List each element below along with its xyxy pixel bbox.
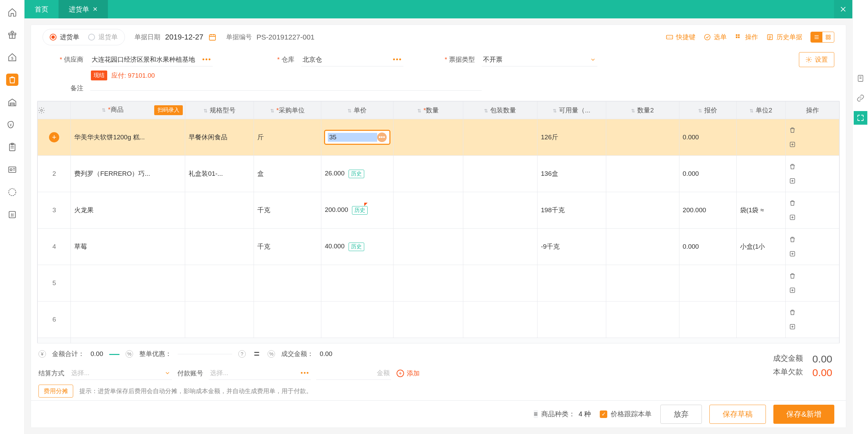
- doc-type-purchase[interactable]: 进货单: [50, 33, 79, 42]
- cell-spec[interactable]: [185, 229, 254, 265]
- cell-qty2[interactable]: [606, 229, 679, 265]
- nav-clipboard-icon[interactable]: [6, 141, 18, 153]
- discount-input[interactable]: [178, 354, 232, 354]
- view-list-icon[interactable]: [811, 32, 822, 42]
- copy-icon[interactable]: [789, 141, 836, 148]
- cell-pack[interactable]: [463, 156, 537, 192]
- col-unit[interactable]: ⇅*采购单位: [254, 102, 321, 119]
- payamount-input[interactable]: 金额: [316, 367, 391, 380]
- nav-refresh-icon[interactable]: [6, 186, 18, 198]
- nav-home-icon[interactable]: [6, 6, 18, 18]
- cell-unit[interactable]: 千克: [254, 229, 321, 265]
- cell-product[interactable]: 费列罗（FERRERO）巧...: [71, 156, 185, 192]
- col-gear[interactable]: [38, 102, 71, 119]
- calendar-icon[interactable]: [208, 33, 216, 41]
- price-track-checkbox[interactable]: ✓价格跟踪本单: [600, 409, 652, 419]
- delete-icon[interactable]: [789, 236, 836, 243]
- col-quote[interactable]: ⇅报价: [679, 102, 736, 119]
- doc-type-return[interactable]: 退货单: [88, 33, 118, 42]
- cell-qty2[interactable]: [606, 265, 679, 301]
- cell-pack[interactable]: [463, 265, 537, 301]
- cell-qty2[interactable]: [606, 119, 679, 156]
- delete-icon[interactable]: [789, 127, 836, 134]
- col-pack[interactable]: ⇅包装数量: [463, 102, 537, 119]
- nav-new-icon[interactable]: 新: [6, 208, 18, 221]
- shortcut-button[interactable]: 快捷键: [666, 33, 695, 42]
- copy-icon[interactable]: [789, 287, 836, 294]
- table-row[interactable]: +华美华夫软饼1200g 糕...早餐休闲食品斤35•••126斤0.000: [38, 119, 839, 156]
- cell-product[interactable]: 草莓: [71, 229, 185, 265]
- tab-purchase[interactable]: 进货单✕: [59, 0, 108, 18]
- cell-spec[interactable]: [185, 265, 254, 301]
- help-icon[interactable]: ?: [238, 350, 246, 358]
- pick-order-button[interactable]: 选单: [704, 33, 727, 42]
- history-tag[interactable]: 历史: [352, 206, 368, 215]
- rail-expand-icon[interactable]: [854, 111, 867, 125]
- cost-allocation-button[interactable]: 费用分摊: [38, 385, 73, 398]
- copy-icon[interactable]: [789, 250, 836, 257]
- cell-qty[interactable]: [393, 156, 463, 192]
- settings-button[interactable]: 设置: [799, 52, 834, 67]
- cell-unit[interactable]: 盒: [254, 156, 321, 192]
- col-price[interactable]: ⇅单价: [321, 102, 393, 119]
- col-avail[interactable]: ⇅可用量（...: [537, 102, 606, 119]
- view-grid-icon[interactable]: [822, 32, 834, 42]
- cell-qty2[interactable]: [606, 192, 679, 229]
- nav-warehouse-icon[interactable]: [6, 96, 18, 108]
- cell-price[interactable]: [321, 301, 393, 338]
- cell-price[interactable]: 26.000 历史: [321, 156, 393, 192]
- invoice-input[interactable]: 不开票: [482, 53, 597, 66]
- add-row-icon[interactable]: +: [49, 132, 59, 142]
- cell-price[interactable]: 40.000 历史: [321, 229, 393, 265]
- nav-gift-icon[interactable]: [6, 29, 18, 41]
- cell-pack[interactable]: [463, 301, 537, 338]
- cell-unit[interactable]: [254, 265, 321, 301]
- tab-home[interactable]: 首页: [25, 0, 59, 18]
- cell-qty[interactable]: [393, 119, 463, 156]
- cell-qty2[interactable]: [606, 301, 679, 338]
- cell-qty[interactable]: [393, 229, 463, 265]
- cell-qty[interactable]: [393, 192, 463, 229]
- nav-people-icon[interactable]: [6, 164, 18, 176]
- copy-icon[interactable]: [789, 214, 836, 221]
- warehouse-input[interactable]: 北京仓•••: [301, 53, 403, 66]
- table-row[interactable]: 3火龙果千克200.000 历史198千克200.000袋(1袋 ≈: [38, 192, 839, 229]
- payaccount-select[interactable]: 选择...•••: [209, 367, 311, 380]
- cell-product[interactable]: [71, 265, 185, 301]
- save-new-button[interactable]: 保存&新增: [773, 405, 834, 424]
- copy-icon[interactable]: [789, 323, 836, 330]
- supplier-input[interactable]: 大连花园口经济区景和水果种植基地•••: [90, 53, 213, 66]
- view-toggle[interactable]: [810, 32, 834, 43]
- cell-price[interactable]: [321, 265, 393, 301]
- cell-unit[interactable]: 千克: [254, 192, 321, 229]
- cell-spec[interactable]: 礼盒装01-...: [185, 156, 254, 192]
- delete-icon[interactable]: [789, 309, 836, 316]
- history-tag[interactable]: 历史: [349, 170, 364, 178]
- cell-price[interactable]: 200.000 历史: [321, 192, 393, 229]
- table-row[interactable]: 5: [38, 265, 839, 301]
- add-payment-button[interactable]: +添加: [397, 369, 420, 378]
- gear-icon[interactable]: [38, 107, 70, 114]
- nav-cash-icon[interactable]: ¥: [6, 119, 18, 131]
- scan-button[interactable]: 扫码录入: [154, 105, 183, 115]
- chevron-down-icon[interactable]: [590, 57, 596, 63]
- nav-revenue-icon[interactable]: $: [6, 51, 18, 63]
- more-icon[interactable]: •••: [377, 133, 387, 142]
- table-row[interactable]: 2费列罗（FERRERO）巧...礼盒装01-...盒26.000 历史136盒…: [38, 156, 839, 192]
- tab-close-icon[interactable]: ✕: [93, 5, 98, 13]
- date-value[interactable]: 2019-12-27: [165, 33, 204, 42]
- cell-product[interactable]: 火龙果: [71, 192, 185, 229]
- remark-input[interactable]: [90, 86, 482, 91]
- save-draft-button[interactable]: 保存草稿: [709, 405, 766, 424]
- delete-icon[interactable]: [789, 273, 836, 279]
- delete-icon[interactable]: [789, 200, 836, 206]
- cell-pack[interactable]: [463, 192, 537, 229]
- ellipsis-icon[interactable]: •••: [202, 56, 211, 63]
- col-qty2[interactable]: ⇅数量2: [606, 102, 679, 119]
- rail-note-icon[interactable]: [854, 72, 867, 85]
- operations-button[interactable]: 操作: [735, 33, 758, 42]
- history-tag[interactable]: 历史: [349, 243, 364, 251]
- table-row[interactable]: 6: [38, 301, 839, 338]
- cell-spec[interactable]: [185, 192, 254, 229]
- discard-button[interactable]: 放弃: [660, 405, 702, 424]
